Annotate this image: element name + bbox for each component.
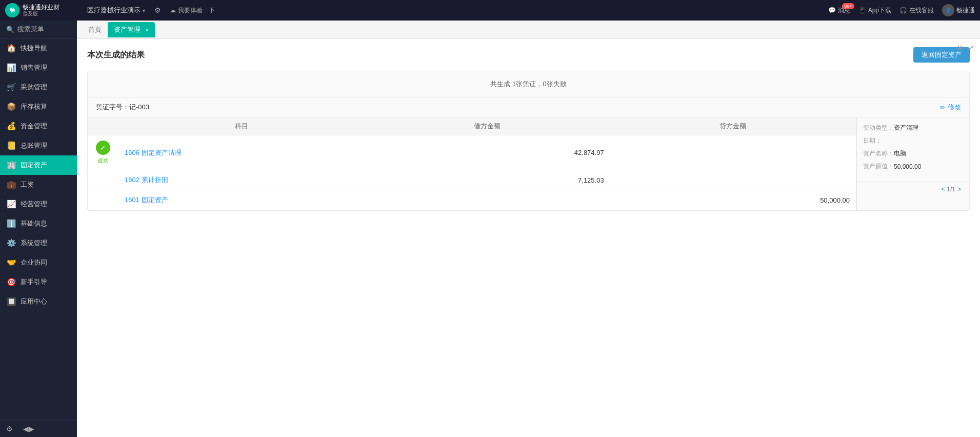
home-icon: 🏠: [6, 44, 16, 53]
td-debit-1: 42,874.97: [364, 144, 610, 162]
logo-area: 畅 畅捷通好业财 普及版: [5, 3, 82, 17]
window-controls: ✕ ⤢: [950, 39, 980, 57]
close-panel-button[interactable]: ✕: [956, 43, 963, 53]
td-credit-2: [610, 175, 856, 185]
sidebar-search[interactable]: 🔍 搜索菜单: [0, 21, 77, 38]
voucher-number: 凭证字号：记-003: [96, 103, 149, 112]
sidebar-item-quick-nav[interactable]: 🏠 快捷导航: [0, 38, 77, 58]
tab-bar: 首页 资产管理 ×: [77, 21, 980, 39]
sidebar-item-purchase[interactable]: 🛒 采购管理: [0, 77, 77, 97]
system-icon: ⚙️: [6, 239, 16, 248]
sidebar-item-guide[interactable]: 🎯 新手引导: [0, 272, 77, 292]
date-label: 日期：: [863, 136, 894, 145]
company-name: 医疗器械行业演示: [87, 6, 141, 15]
next-page-button[interactable]: >: [957, 186, 961, 193]
message-icon: 💬: [828, 7, 836, 14]
sidebar-item-fund[interactable]: 💰 资金管理: [0, 116, 77, 136]
expand-panel-button[interactable]: ⤢: [967, 43, 974, 53]
sidebar-item-app-center[interactable]: 🔲 应用中心: [0, 292, 77, 311]
status-indicator: ✓ 成功: [88, 135, 118, 170]
result-summary-text: 共生成 1张凭证，0张失败: [490, 80, 566, 88]
search-label: 搜索菜单: [17, 25, 44, 34]
change-type-value: 资产清理: [894, 124, 918, 132]
td-debit-2: 7,125.03: [364, 171, 610, 189]
side-info-panel: 变动类型： 资产清理 日期： 资产名称： 电脑: [856, 117, 969, 210]
pagination: < 1/1 >: [857, 181, 969, 197]
th-status: [88, 117, 118, 135]
prev-page-button[interactable]: <: [941, 186, 945, 193]
avatar: 👤: [942, 4, 954, 16]
th-credit: 贷方金额: [610, 117, 856, 135]
settings-bottom-icon[interactable]: ⚙: [6, 425, 13, 433]
side-info-change-type: 变动类型： 资产清理: [863, 124, 963, 132]
user-name: 畅捷通: [956, 6, 975, 15]
app-download-button[interactable]: 📱 App下载: [858, 6, 891, 15]
main-layout: 🔍 搜索菜单 🏠 快捷导航 📊 销售管理 🛒 采购管理 📦 库存核算 💰 资金管…: [0, 21, 980, 437]
sidebar-bottom: ⚙ ◀▶: [0, 420, 77, 437]
subject-link-1[interactable]: 1606 固定资产清理: [125, 148, 182, 157]
side-info: 变动类型： 资产清理 日期： 资产名称： 电脑: [857, 117, 969, 181]
settings-icon[interactable]: ⚙: [150, 3, 165, 17]
sidebar-item-ledger[interactable]: 📒 总账管理: [0, 136, 77, 155]
sidebar-item-system[interactable]: ⚙️ 系统管理: [0, 233, 77, 253]
online-service-label: 在线客服: [909, 6, 934, 15]
sidebar-item-payroll[interactable]: 💼 工资: [0, 175, 77, 194]
sidebar-label: 企业协同: [21, 258, 47, 267]
success-icon: ✓: [96, 141, 110, 155]
logo-icon: 畅: [5, 3, 19, 17]
result-panel: 共生成 1张凭证，0张失败 凭证字号：记-003 ✏ 修改: [87, 71, 970, 211]
online-service-button[interactable]: 🎧 在线客服: [899, 6, 934, 15]
tab-asset-mgmt[interactable]: 资产管理 ×: [108, 22, 155, 37]
experience-button[interactable]: ☁ 我要体验一下: [170, 6, 215, 15]
search-icon: 🔍: [6, 26, 14, 33]
tab-close-icon[interactable]: ×: [146, 27, 149, 33]
sales-icon: 📊: [6, 63, 16, 72]
user-profile[interactable]: 👤 畅捷通: [942, 4, 975, 16]
tab-home[interactable]: 首页: [82, 22, 108, 37]
logo-sub: 普及版: [23, 11, 59, 17]
sidebar-label: 新手引导: [21, 277, 47, 287]
sidebar-label: 销售管理: [21, 63, 47, 72]
subject-link-2[interactable]: 1602 累计折旧: [125, 175, 168, 185]
sidebar-item-cooperation[interactable]: 🤝 企业协同: [0, 253, 77, 272]
purchase-icon: 🛒: [6, 83, 16, 92]
asset-name-label: 资产名称：: [863, 149, 894, 158]
operations-icon: 📈: [6, 200, 16, 209]
sidebar-label: 资金管理: [21, 122, 47, 131]
voucher-section: 凭证字号：记-003 ✏ 修改 科目: [88, 97, 969, 210]
sidebar-label: 工资: [21, 180, 34, 189]
fund-icon: 💰: [6, 122, 16, 131]
page-info: 1/1: [947, 186, 955, 193]
table-main: 科目 借方金额 贷方金额 ✓ 成功: [88, 117, 856, 210]
sidebar-label: 固定资产: [21, 161, 47, 170]
cloud-icon: ☁: [170, 7, 176, 14]
voucher-table: 科目 借方金额 贷方金额 ✓ 成功: [88, 117, 969, 210]
sidebar-item-operations[interactable]: 📈 经营管理: [0, 194, 77, 214]
change-type-label: 变动类型：: [863, 124, 894, 132]
subject-link-3[interactable]: 1601 固定资产: [125, 195, 168, 205]
fixed-assets-icon: 🏢: [6, 161, 16, 170]
sidebar-label: 快捷导航: [21, 44, 47, 53]
payroll-icon: 💼: [6, 180, 16, 189]
table-row: 1601 固定资产 50,000.00: [88, 190, 856, 210]
sidebar-label: 库存核算: [21, 102, 47, 111]
header-right: 💬 消息 99+ 📱 App下载 🎧 在线客服 👤 畅捷通: [828, 4, 975, 16]
chevron-down-icon: ▾: [143, 8, 145, 13]
sidebar-item-sales[interactable]: 📊 销售管理: [0, 58, 77, 77]
app-center-icon: 🔲: [6, 297, 16, 306]
side-info-asset-name: 资产名称： 电脑: [863, 149, 963, 158]
edit-button[interactable]: ✏ 修改: [940, 103, 961, 112]
message-button[interactable]: 💬 消息 99+: [828, 6, 850, 15]
result-summary: 共生成 1张凭证，0张失败: [88, 71, 969, 97]
table-header-row: 科目 借方金额 贷方金额: [88, 117, 856, 135]
sidebar-item-basic-info[interactable]: ℹ️ 基础信息: [0, 214, 77, 233]
collapse-icon[interactable]: ◀▶: [23, 425, 34, 433]
td-credit-1: [610, 148, 856, 158]
company-selector[interactable]: 医疗器械行业演示 ▾: [87, 6, 145, 15]
headset-icon: 🎧: [899, 7, 907, 14]
sidebar-item-fixed-assets[interactable]: 🏢 固定资产: [0, 155, 77, 175]
sidebar-label: 总账管理: [21, 141, 47, 150]
sidebar: 🔍 搜索菜单 🏠 快捷导航 📊 销售管理 🛒 采购管理 📦 库存核算 💰 资金管…: [0, 21, 77, 437]
sidebar-item-inventory[interactable]: 📦 库存核算: [0, 97, 77, 116]
sidebar-label: 系统管理: [21, 239, 47, 248]
